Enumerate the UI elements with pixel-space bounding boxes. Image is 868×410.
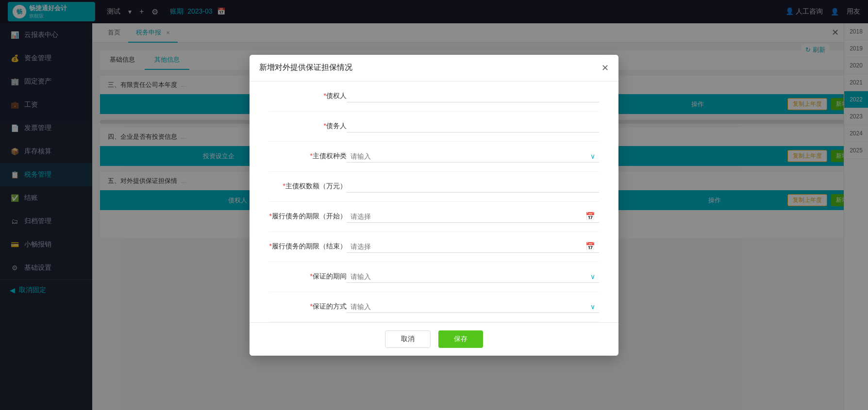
form-label-claim-amount: *主债权数额（万元）: [269, 182, 347, 191]
form-row-claim-amount: *主债权数额（万元）: [269, 172, 599, 202]
dialog-body: *债权人*债务人*主债权种类∨*主债权数额（万元）*履行债务的期限（开始）📅*履…: [250, 82, 618, 322]
dialog-footer: 取消 保存: [250, 322, 618, 356]
form-label-obligation-start: *履行债务的期限（开始）: [269, 212, 347, 221]
dialog-title: 新增对外提供保证担保情况: [259, 63, 352, 73]
form-label-creditor: *债权人: [269, 92, 347, 100]
form-label-debtor: *债务人: [269, 122, 347, 131]
input-claim-amount[interactable]: [347, 180, 599, 193]
select-wrapper-guarantee-period: ∨: [347, 271, 599, 283]
dialog-close-icon[interactable]: ✕: [601, 63, 609, 73]
date-input-obligation-end[interactable]: [347, 241, 582, 252]
input-debtor[interactable]: [347, 120, 599, 132]
form-row-claim-type: *主债权种类∨: [269, 142, 599, 172]
form-row-obligation-end: *履行债务的期限（结束）📅: [269, 232, 599, 262]
form-label-obligation-end: *履行债务的期限（结束）: [269, 242, 347, 251]
date-input-obligation-start[interactable]: [347, 211, 582, 222]
form-label-guarantee-method: *保证的方式: [269, 302, 347, 311]
calendar-icon-obligation-end[interactable]: 📅: [582, 242, 599, 251]
form-label-claim-type: *主债权种类: [269, 152, 347, 161]
date-wrapper-obligation-end: 📅: [347, 241, 599, 253]
form-row-creditor: *债权人: [269, 82, 599, 112]
form-row-guarantee-period: *保证的期间∨: [269, 262, 599, 292]
chevron-down-icon-guarantee-method[interactable]: ∨: [586, 303, 599, 311]
select-input-guarantee-period[interactable]: [347, 271, 586, 282]
input-creditor[interactable]: [347, 90, 599, 102]
save-button[interactable]: 保存: [438, 330, 483, 348]
select-wrapper-claim-type: ∨: [347, 150, 599, 163]
chevron-down-icon-claim-type[interactable]: ∨: [586, 152, 599, 160]
dialog-header: 新增对外提供保证担保情况 ✕: [250, 55, 618, 82]
select-input-claim-type[interactable]: [347, 150, 586, 162]
dialog: 新增对外提供保证担保情况 ✕ *债权人*债务人*主债权种类∨*主债权数额（万元）…: [250, 55, 618, 356]
select-input-guarantee-method[interactable]: [347, 301, 586, 312]
form-label-guarantee-period: *保证的期间: [269, 272, 347, 281]
chevron-down-icon-guarantee-period[interactable]: ∨: [586, 273, 599, 280]
form-row-guarantee-method: *保证的方式∨: [269, 292, 599, 322]
form-row-debtor: *债务人: [269, 112, 599, 142]
form-row-obligation-start: *履行债务的期限（开始）📅: [269, 202, 599, 232]
calendar-icon-obligation-start[interactable]: 📅: [582, 212, 599, 221]
date-wrapper-obligation-start: 📅: [347, 211, 599, 223]
select-wrapper-guarantee-method: ∨: [347, 301, 599, 313]
cancel-button[interactable]: 取消: [385, 330, 431, 348]
dialog-overlay: 新增对外提供保证担保情况 ✕ *债权人*债务人*主债权种类∨*主债权数额（万元）…: [0, 0, 868, 410]
